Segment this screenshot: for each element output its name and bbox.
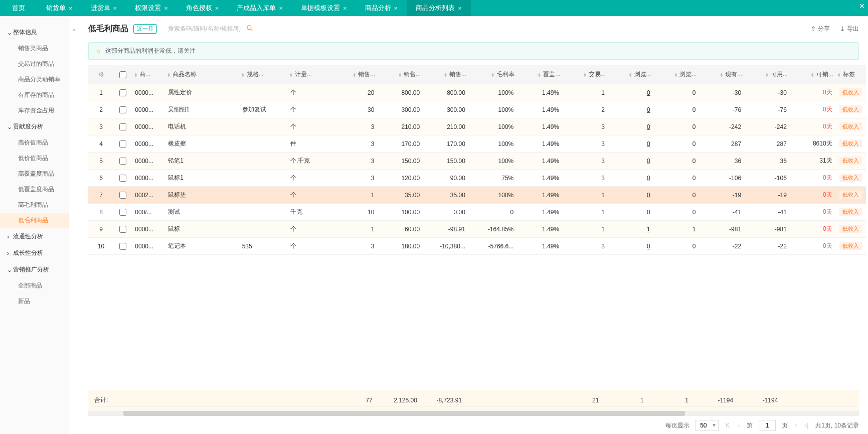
sort-icon[interactable]: ▲▼ xyxy=(629,72,632,77)
view-link[interactable]: 0 xyxy=(647,243,650,250)
sort-icon[interactable]: ▲▼ xyxy=(765,72,769,77)
section-title-3[interactable]: ›成长性分析 xyxy=(0,245,69,261)
sidebar-item[interactable]: 高毛利商品 xyxy=(0,197,69,213)
view-link[interactable]: 0 xyxy=(647,106,650,113)
col-header-14[interactable]: ▲▼现有... xyxy=(699,65,744,84)
sort-icon[interactable]: ▲▼ xyxy=(289,72,293,77)
export-button[interactable]: ⤓ 导出 xyxy=(840,25,859,33)
row-checkbox[interactable] xyxy=(119,140,126,148)
col-header-11[interactable]: ▲▼交易... xyxy=(562,65,608,84)
table-row[interactable]: 8000/...测试千克10100.000.0001.49%100-41-410… xyxy=(88,204,866,221)
col-header-10[interactable]: ▲▼覆盖... xyxy=(516,65,562,84)
share-button[interactable]: ⇪ 分享 xyxy=(811,25,830,33)
tab-close-icon[interactable]: × xyxy=(458,5,462,12)
pager-prev[interactable]: ‹ xyxy=(737,422,741,429)
sidebar-item[interactable]: 低毛利商品 xyxy=(0,213,69,228)
sort-icon[interactable]: ▲▼ xyxy=(674,72,677,77)
row-checkbox[interactable] xyxy=(119,226,126,233)
sidebar-item[interactable]: 有库存的商品 xyxy=(0,87,69,103)
sidebar-item[interactable]: 低覆盖度商品 xyxy=(0,182,69,197)
pager-first[interactable]: K xyxy=(725,422,731,429)
tab-7[interactable]: 商品分析× xyxy=(356,0,407,16)
sidebar-item[interactable]: 商品分类动销率 xyxy=(0,72,69,87)
col-header-16[interactable]: ▲▼可销... xyxy=(790,65,835,84)
tab-close-icon[interactable]: × xyxy=(394,5,398,12)
tab-4[interactable]: 角色授权× xyxy=(177,0,228,16)
sort-icon[interactable]: ▲▼ xyxy=(134,72,137,77)
section-title-0[interactable]: ⌄整体信息 xyxy=(0,24,69,41)
sidebar-item[interactable]: 交易过的商品 xyxy=(0,56,69,72)
search-icon[interactable] xyxy=(246,25,253,33)
section-title-2[interactable]: ›流通性分析 xyxy=(0,228,69,245)
table-row[interactable]: 20000...吴细细1参加复试个30300.00300.00100%1.49%… xyxy=(88,101,866,118)
row-checkbox[interactable] xyxy=(119,158,126,165)
sort-icon[interactable]: ▲▼ xyxy=(583,72,587,77)
tab-close-icon[interactable]: × xyxy=(69,5,73,12)
section-title-4[interactable]: ⌄营销推广分析 xyxy=(0,261,69,278)
view-link[interactable]: 0 xyxy=(647,89,650,96)
view-link[interactable]: 0 xyxy=(647,209,650,216)
row-checkbox[interactable] xyxy=(119,175,126,182)
sidebar-item[interactable]: 高价值商品 xyxy=(0,135,69,151)
tab-0[interactable]: 首页 xyxy=(0,0,37,16)
sidebar-item[interactable]: 全部商品 xyxy=(0,278,69,294)
tab-close-icon[interactable]: × xyxy=(113,5,117,12)
collapse-sidebar-button[interactable]: « xyxy=(69,16,79,434)
col-header-2[interactable]: ▲▼商... xyxy=(132,65,165,84)
window-close-icon[interactable]: ✕ xyxy=(859,2,865,10)
search-input[interactable] xyxy=(167,23,242,35)
sort-icon[interactable]: ▲▼ xyxy=(720,72,723,77)
sort-icon[interactable]: ▲▼ xyxy=(398,72,402,77)
row-checkbox[interactable] xyxy=(119,89,126,96)
pager-next[interactable]: › xyxy=(794,422,798,429)
view-link[interactable]: 0 xyxy=(647,158,650,165)
pager-last[interactable]: ›| xyxy=(804,422,809,429)
col-header-15[interactable]: ▲▼可用... xyxy=(744,65,790,84)
row-checkbox[interactable] xyxy=(119,209,126,216)
tab-3[interactable]: 权限设置× xyxy=(126,0,177,16)
row-checkbox[interactable] xyxy=(119,192,126,199)
col-header-0[interactable]: ⚙ xyxy=(88,65,114,84)
pager-page-input[interactable] xyxy=(759,420,776,431)
sidebar-item[interactable]: 新品 xyxy=(0,294,69,309)
horizontal-scrollbar[interactable] xyxy=(88,411,859,416)
col-header-17[interactable]: ▲▼标签 xyxy=(835,65,866,84)
col-header-13[interactable]: ▲▼浏览... xyxy=(653,65,699,84)
table-row[interactable]: 70002...鼠标垫个135.0035.00100%1.49%100-19-1… xyxy=(88,187,866,204)
view-link[interactable]: 0 xyxy=(647,175,650,182)
col-header-8[interactable]: ▲▼销售... xyxy=(423,65,468,84)
table-row[interactable]: 50000...铅笔1个,千克3150.00150.00100%1.49%300… xyxy=(88,153,866,170)
sidebar-item[interactable]: 高覆盖度商品 xyxy=(0,166,69,182)
col-header-1[interactable] xyxy=(114,65,132,84)
tab-2[interactable]: 进货单× xyxy=(82,0,126,16)
col-header-5[interactable]: ▲▼计量... xyxy=(287,65,331,84)
sort-icon[interactable]: ▲▼ xyxy=(444,72,447,77)
view-link[interactable]: 1 xyxy=(647,226,650,233)
table-row[interactable]: 40000...橡皮擦件3170.00170.00100%1.49%300287… xyxy=(88,135,866,153)
view-link[interactable]: 0 xyxy=(647,140,650,148)
sort-icon[interactable]: ▲▼ xyxy=(538,72,541,77)
sort-icon[interactable]: ▲▼ xyxy=(167,72,170,77)
sort-icon[interactable]: ▲▼ xyxy=(491,72,494,77)
sidebar-item[interactable]: 低价值商品 xyxy=(0,151,69,166)
tab-6[interactable]: 单据模板设置× xyxy=(292,0,356,16)
tab-close-icon[interactable]: × xyxy=(343,5,347,12)
view-link[interactable]: 0 xyxy=(647,123,650,130)
row-checkbox[interactable] xyxy=(119,243,126,250)
col-header-7[interactable]: ▲▼销售... xyxy=(377,65,423,84)
select-all-checkbox[interactable] xyxy=(119,71,126,78)
tab-1[interactable]: 销货单× xyxy=(37,0,82,16)
sort-icon[interactable]: ▲▼ xyxy=(837,72,841,77)
table-row[interactable]: 90000...鼠标个160.00-98.91-164.85%1.49%111-… xyxy=(88,221,866,238)
sidebar-item[interactable]: 销售类商品 xyxy=(0,41,69,56)
period-chip[interactable]: 近一月 xyxy=(133,24,157,34)
table-row[interactable]: 10000...属性定价个20800.00800.00100%1.49%100-… xyxy=(88,84,866,101)
col-header-12[interactable]: ▲▼浏览... xyxy=(608,65,653,84)
tab-5[interactable]: 产成品入库单× xyxy=(228,0,292,16)
scrollbar-thumb[interactable] xyxy=(123,411,685,416)
view-link[interactable]: 0 xyxy=(647,192,650,199)
sort-icon[interactable]: ▲▼ xyxy=(241,72,245,77)
col-header-6[interactable]: ▲▼销售... xyxy=(332,65,378,84)
gear-icon[interactable]: ⚙ xyxy=(98,71,104,78)
tab-close-icon[interactable]: × xyxy=(279,5,283,12)
